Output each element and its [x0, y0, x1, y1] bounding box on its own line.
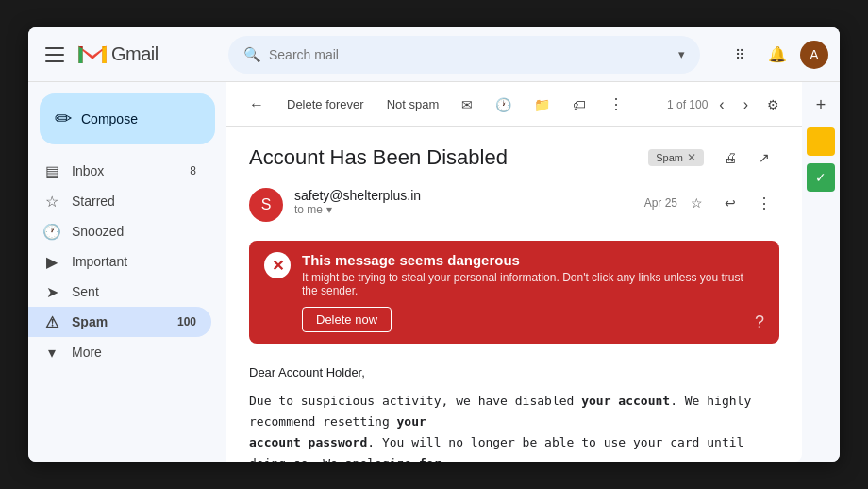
warning-x-icon: ✕ [264, 252, 291, 278]
sender-to-label: to me [294, 203, 323, 216]
sidebar-item-more[interactable]: ▾ More [28, 337, 211, 367]
external-link-button[interactable]: ↗ [749, 143, 779, 173]
user-avatar[interactable]: A [800, 41, 828, 69]
warning-title: This message seems dangerous [302, 252, 743, 268]
sidebar-item-sent[interactable]: ➤ Sent [28, 277, 211, 307]
body-greeting: Dear Account Holder, [249, 363, 779, 383]
sender-avatar: S [249, 188, 283, 222]
more-options-button[interactable]: ⋮ [749, 188, 779, 218]
grid-apps-button[interactable]: ⠿ [725, 40, 755, 70]
spam-badge-label: Spam [656, 152, 683, 163]
gmail-logo: Gmail [77, 43, 159, 66]
email-body: Dear Account Holder, Due to suspicious a… [226, 351, 802, 462]
star-button[interactable]: ☆ [681, 188, 711, 218]
expand-details-icon[interactable]: ▾ [326, 203, 332, 216]
sidebar-item-spam-label: Spam [72, 314, 166, 329]
topbar: Gmail 🔍 ▾ ⠿ 🔔 A [28, 27, 840, 82]
sidebar-item-spam-count: 100 [177, 315, 196, 329]
delete-forever-label: Delete forever [287, 97, 364, 111]
starred-icon: ☆ [43, 193, 60, 210]
next-email-button[interactable]: › [736, 91, 756, 119]
snoozed-icon: 🕐 [43, 223, 60, 240]
sidebar: ✏ Compose ▤ Inbox 8 ☆ Starred 🕐 Snoozed … [28, 82, 226, 462]
important-icon: ▶ [43, 253, 60, 270]
search-input[interactable] [269, 47, 671, 62]
inbox-icon: ▤ [43, 162, 60, 179]
pagination: 1 of 100 ‹ › ⚙ [667, 91, 787, 119]
sidebar-item-important[interactable]: ▶ Important [28, 246, 211, 277]
more-actions-button[interactable]: ⋮ [601, 90, 631, 119]
email-content-area: ← Delete forever Not spam ✉ 🕐 📁 [226, 82, 802, 462]
email-header-actions: 🖨 ↗ [715, 143, 779, 173]
sidebar-item-starred[interactable]: ☆ Starred [28, 186, 211, 216]
not-spam-label: Not spam [387, 97, 440, 111]
compose-label: Compose [81, 111, 138, 126]
email-date: Apr 25 [644, 196, 677, 210]
sender-row: S safety@shelterplus.in to me ▾ Apr 25 ☆… [226, 184, 802, 233]
spam-icon: ⚠ [43, 313, 60, 330]
sidebar-item-more-label: More [72, 345, 196, 360]
tag-button[interactable]: 🏷 [565, 92, 593, 118]
sidebar-item-important-label: Important [72, 254, 196, 269]
chevron-down-icon: ▾ [678, 47, 685, 61]
more-icon: ▾ [43, 344, 60, 361]
tasks-check-icon: ✓ [815, 170, 826, 185]
delete-now-button[interactable]: Delete now [302, 307, 392, 332]
clock-button[interactable]: 🕐 [488, 92, 519, 118]
spam-badge: Spam ✕ [648, 149, 704, 166]
sidebar-item-inbox-count: 8 [190, 164, 196, 177]
sidebar-item-snoozed[interactable]: 🕐 Snoozed [28, 216, 211, 246]
print-button[interactable]: 🖨 [715, 143, 745, 173]
hamburger-icon [45, 47, 64, 62]
sidebar-item-spam[interactable]: ⚠ Spam 100 [28, 307, 211, 337]
reply-button[interactable]: ↩ [715, 188, 745, 218]
sender-actions: Apr 25 ☆ ↩ ⋮ [644, 188, 779, 218]
add-panel-button[interactable]: + [806, 90, 836, 120]
sidebar-item-inbox-label: Inbox [72, 163, 178, 178]
spam-badge-remove-button[interactable]: ✕ [687, 151, 696, 164]
email-toolbar: ← Delete forever Not spam ✉ 🕐 📁 [226, 82, 802, 127]
gmail-m-icon [77, 43, 108, 66]
topbar-right: ⠿ 🔔 A [725, 40, 828, 70]
back-icon: ← [249, 96, 264, 113]
folder-button[interactable]: 📁 [526, 92, 558, 118]
warning-description: It might be trying to steal your persona… [302, 271, 743, 297]
warning-help-icon[interactable]: ? [755, 312, 764, 332]
gmail-text-label: Gmail [111, 43, 159, 65]
compose-plus-icon: ✏ [55, 107, 72, 131]
sender-meta: to me ▾ [294, 203, 633, 216]
sender-name: safety@shelterplus.in [294, 188, 633, 203]
calendar-panel-icon[interactable] [807, 127, 835, 156]
search-bar[interactable]: 🔍 ▾ [228, 36, 700, 74]
email-subject: Account Has Been Disabled [249, 145, 637, 170]
prev-email-button[interactable]: ‹ [711, 91, 731, 119]
tasks-panel-icon[interactable]: ✓ [807, 163, 835, 192]
sidebar-item-sent-label: Sent [72, 284, 196, 299]
sender-info: safety@shelterplus.in to me ▾ [294, 188, 633, 216]
main-area: ✏ Compose ▤ Inbox 8 ☆ Starred 🕐 Snoozed … [28, 82, 840, 462]
settings-button[interactable]: ⚙ [760, 92, 787, 118]
body-paragraph: Due to suspicious activity, we have disa… [249, 391, 779, 462]
email-icon-button[interactable]: ✉ [454, 92, 480, 118]
more-vert-icon: ⋮ [609, 95, 624, 113]
not-spam-button[interactable]: Not spam [379, 92, 447, 117]
pagination-text: 1 of 100 [667, 98, 708, 111]
topbar-left: Gmail [40, 40, 228, 70]
delete-forever-button[interactable]: Delete forever [279, 92, 372, 117]
notifications-button[interactable]: 🔔 [762, 40, 793, 70]
compose-button[interactable]: ✏ Compose [40, 93, 215, 144]
folder-icon: 📁 [534, 97, 550, 112]
sidebar-item-snoozed-label: Snoozed [72, 224, 196, 239]
warning-content: This message seems dangerous It might be… [302, 252, 743, 332]
sidebar-item-inbox[interactable]: ▤ Inbox 8 [28, 156, 211, 186]
warning-banner: ✕ This message seems dangerous It might … [249, 241, 779, 344]
right-panel: + ✓ [802, 82, 840, 462]
back-button[interactable]: ← [242, 91, 272, 119]
sidebar-item-starred-label: Starred [72, 194, 196, 209]
sent-icon: ➤ [43, 283, 60, 300]
tag-icon: 🏷 [573, 97, 586, 112]
email-header: Account Has Been Disabled Spam ✕ 🖨 ↗ [226, 127, 802, 184]
gmail-window: Gmail 🔍 ▾ ⠿ 🔔 A ✏ Compose ▤ Inbox 8 [28, 27, 840, 462]
clock-icon: 🕐 [495, 97, 511, 112]
hamburger-menu-button[interactable] [40, 40, 70, 70]
